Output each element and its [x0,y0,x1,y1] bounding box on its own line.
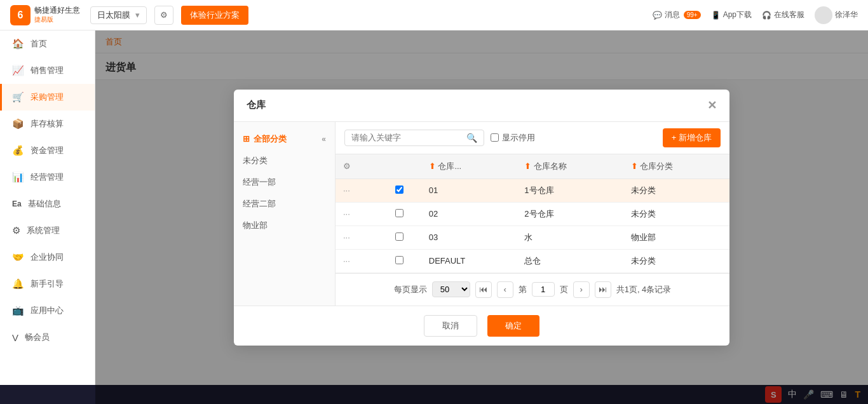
user-profile-btn[interactable]: 徐泽华 [815,6,858,24]
modal-body: ⊞ 全部分类 « 未分类 经营一部 经营二部 物业部 [234,122,729,306]
sidebar-item-purchase[interactable]: 🛒 采购管理 [0,84,95,111]
sidebar-label-system: 系统管理 [27,225,60,236]
trial-btn[interactable]: 体验行业方案 [181,6,248,25]
show-disabled-checkbox-label[interactable]: 显示停用 [491,132,535,144]
show-disabled-checkbox[interactable] [491,133,499,142]
modal-header: 仓库 ✕ [234,90,729,122]
sidebar-item-home[interactable]: 🏠 首页 [0,30,95,57]
warehouse-modal: 仓库 ✕ ⊞ 全部分类 « 未分类 经营一部 经营二部 [234,90,729,346]
sales-icon: 📈 [12,65,24,76]
category-item-3[interactable]: 物业部 [234,215,335,236]
row-code: 03 [421,226,517,249]
row-code: 01 [421,178,517,202]
row-checkbox-cell[interactable] [377,226,421,249]
category-item-0[interactable]: 未分类 [234,150,335,172]
row-actions: ··· [336,226,377,249]
row-name: 2号仓库 [517,202,623,226]
content-area: 首页 进货单 仓库 ✕ ⊞ 全部分类 [95,30,868,404]
page-last-btn[interactable]: ⏭ [595,281,611,298]
page-first-btn[interactable]: ⏮ [475,281,492,298]
service-label: 在线客服 [774,10,804,20]
row-actions: ··· [336,178,377,202]
logo: 6 畅捷通好生意 捷易版 [10,5,80,25]
page-suffix: 页 [560,284,568,295]
sort-icon-3: ⬆ [631,161,638,171]
modal-overlay: 仓库 ✕ ⊞ 全部分类 « 未分类 经营一部 经营二部 [95,30,868,404]
sidebar-item-app-center[interactable]: 📺 应用中心 [0,297,95,324]
sidebar: 🏠 首页 📈 销售管理 🛒 采购管理 📦 库存核算 💰 资金管理 📊 经营管理 … [0,30,95,404]
page-total: 共1页, 4条记录 [616,284,672,295]
operations-icon: 📊 [12,172,24,183]
col-header-settings[interactable]: ⚙ [336,154,377,179]
sidebar-item-member[interactable]: V 畅会员 [0,324,95,351]
sidebar-label-basic-info: 基础信息 [28,198,61,210]
sidebar-item-sales[interactable]: 📈 销售管理 [0,57,95,84]
cancel-btn[interactable]: 取消 [424,315,477,337]
top-nav-right: 💬 消息 99+ 📱 App下载 🎧 在线客服 徐泽华 [653,6,858,24]
search-icon: 🔍 [466,133,477,143]
col-header-category: ⬆ 仓库分类 [623,154,729,179]
warehouse-table-wrap: ⚙ ⬆ 仓库... ⬆ 仓库名称 [336,154,729,273]
page-prev-btn[interactable]: ‹ [497,281,513,298]
row-actions: ··· [336,202,377,226]
purchase-icon: 🛒 [12,91,24,103]
message-icon: 💬 [653,11,662,20]
online-service-btn[interactable]: 🎧 在线客服 [762,10,804,20]
add-warehouse-btn[interactable]: + 新增仓库 [663,128,721,147]
logo-sub: 捷易版 [34,15,80,24]
sidebar-item-basic-info[interactable]: Ea 基础信息 [0,191,95,217]
row-checkbox-cell[interactable] [377,202,421,226]
sidebar-label-purchase: 采购管理 [31,91,64,103]
per-page-label: 每页显示 [394,284,427,295]
category-item-2[interactable]: 经营二部 [234,193,335,215]
row-checkbox-cell[interactable] [377,249,421,273]
page-number-input[interactable] [532,282,555,297]
table-row[interactable]: ··· 01 1号仓库 未分类 [336,178,729,202]
category-item-1[interactable]: 经营一部 [234,172,335,193]
modal-category-sidebar: ⊞ 全部分类 « 未分类 经营一部 经营二部 物业部 [234,122,336,306]
sidebar-label-home: 首页 [31,38,47,50]
modal-close-btn[interactable]: ✕ [707,98,717,112]
sidebar-label-guide: 新手引导 [31,278,64,290]
sidebar-label-finance: 资金管理 [31,145,64,156]
table-header-row: ⚙ ⬆ 仓库... ⬆ 仓库名称 [336,154,729,179]
sidebar-item-inventory[interactable]: 📦 库存核算 [0,111,95,137]
sidebar-item-guide[interactable]: 🔔 新手引导 [0,271,95,297]
col-header-checkbox [377,154,421,179]
row-category: 未分类 [623,249,729,273]
row-category: 未分类 [623,178,729,202]
page-label: 第 [519,284,527,295]
sidebar-item-operations[interactable]: 📊 经营管理 [0,164,95,191]
search-input-wrap: 🔍 [344,130,484,146]
page-next-btn[interactable]: › [573,281,590,298]
row-checkbox-cell[interactable] [377,178,421,202]
inventory-icon: 📦 [12,118,24,130]
sidebar-item-system[interactable]: ⚙ 系统管理 [0,217,95,244]
table-row[interactable]: ··· DEFAULT 总仓 未分类 [336,249,729,273]
table-row[interactable]: ··· 02 2号仓库 未分类 [336,202,729,226]
app-download-btn[interactable]: 📱 App下载 [711,10,752,20]
branch-selector[interactable]: 日太阳膜 ▾ [90,6,147,24]
modal-toolbar: 🔍 显示停用 + 新增仓库 [336,122,729,154]
sort-icon: ⬆ [429,161,436,171]
sidebar-item-finance[interactable]: 💰 资金管理 [0,137,95,164]
logo-icon: 6 [10,5,31,25]
row-name: 1号仓库 [517,178,623,202]
category-all-header[interactable]: ⊞ 全部分类 « [234,128,335,150]
collapse-btn[interactable]: « [322,135,326,144]
top-nav: 6 畅捷通好生意 捷易版 日太阳膜 ▾ ⚙ 体验行业方案 💬 消息 99+ 📱 … [0,0,868,30]
sidebar-label-inventory: 库存核算 [31,118,64,130]
messages-btn[interactable]: 💬 消息 99+ [653,10,701,20]
per-page-select[interactable]: 50 100 [432,281,470,297]
settings-btn[interactable]: ⚙ [154,6,173,25]
branch-name: 日太阳膜 [97,10,130,21]
row-name: 水 [517,226,623,249]
table-row[interactable]: ··· 03 水 物业部 [336,226,729,249]
app-icon: 📱 [711,11,721,20]
search-input[interactable] [351,133,464,142]
sidebar-item-enterprise[interactable]: 🤝 企业协同 [0,244,95,271]
modal-footer: 取消 确定 [234,306,729,346]
confirm-btn[interactable]: 确定 [487,315,539,337]
system-icon: ⚙ [12,225,20,236]
basic-info-icon: Ea [12,199,22,208]
